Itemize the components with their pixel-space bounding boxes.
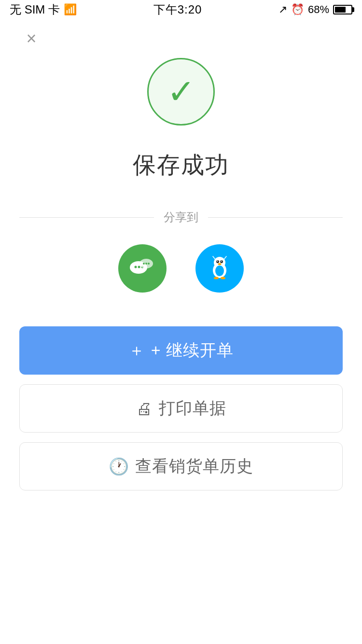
battery-icon (333, 5, 352, 14)
close-icon: × (26, 30, 36, 47)
plus-icon: ＋ (128, 339, 145, 362)
svg-point-7 (148, 263, 150, 265)
alarm-icon: ⏰ (291, 3, 304, 16)
continue-button[interactable]: ＋ + 继续开单 (19, 326, 343, 375)
svg-point-6 (145, 263, 147, 265)
location-icon: ↗ (278, 3, 287, 16)
svg-point-17 (214, 277, 219, 280)
svg-point-2 (138, 266, 140, 268)
success-title: 保存成功 (133, 150, 229, 181)
wifi-icon: 📶 (64, 3, 77, 16)
print-label: 打印单据 (159, 397, 226, 420)
share-label: 分享到 (154, 210, 208, 225)
history-button[interactable]: 🕐 查看销货单历史 (19, 442, 343, 490)
print-button[interactable]: 🖨 打印单据 (19, 384, 343, 433)
no-sim-text: 无 SIM 卡 (10, 2, 60, 17)
status-right: ↗ ⏰ 68% (278, 3, 352, 16)
main-content: ✓ 保存成功 分享到 (0, 19, 362, 490)
wechat-share-button[interactable] (118, 244, 167, 293)
svg-point-18 (221, 277, 225, 280)
success-circle: ✓ (147, 58, 215, 126)
divider-line-left (19, 217, 154, 218)
svg-point-11 (215, 266, 224, 276)
qq-icon (205, 254, 234, 283)
svg-point-14 (217, 261, 218, 262)
buttons-section: ＋ + 继续开单 🖨 打印单据 🕐 查看销货单历史 (0, 326, 362, 490)
svg-point-5 (143, 263, 145, 265)
status-bar: 无 SIM 卡 📶 下午3:20 ↗ ⏰ 68% (0, 0, 362, 19)
battery-percent: 68% (308, 3, 329, 16)
wechat-icon (128, 254, 157, 283)
svg-line-20 (224, 256, 226, 259)
svg-line-19 (213, 256, 215, 259)
checkmark-icon: ✓ (167, 75, 195, 109)
close-button[interactable]: × (19, 27, 43, 51)
svg-point-13 (220, 260, 223, 263)
status-time: 下午3:20 (153, 2, 202, 17)
share-divider: 分享到 (0, 210, 362, 225)
svg-point-1 (135, 266, 137, 268)
share-icons-row (118, 244, 244, 293)
divider-line-right (208, 217, 343, 218)
svg-point-16 (218, 263, 222, 265)
status-left: 无 SIM 卡 📶 (10, 2, 77, 17)
history-icon: 🕐 (109, 457, 129, 476)
svg-point-15 (221, 261, 222, 262)
print-icon: 🖨 (136, 399, 153, 418)
svg-point-12 (216, 260, 219, 263)
qq-share-button[interactable] (195, 244, 244, 293)
history-label: 查看销货单历史 (135, 455, 253, 477)
continue-label: + 继续开单 (151, 339, 234, 362)
